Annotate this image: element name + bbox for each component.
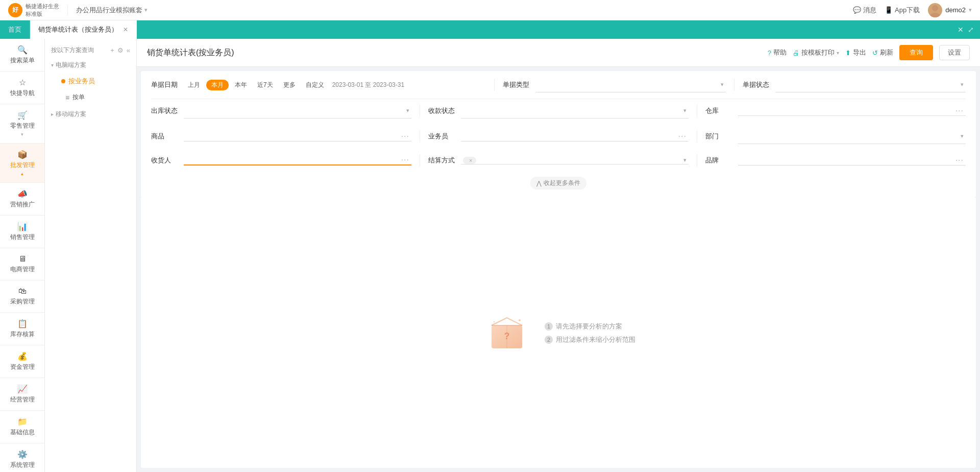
export-btn[interactable]: ⬆ 导出	[845, 48, 866, 57]
logo-text: 畅捷通好生意 标准版	[26, 3, 59, 17]
active-dot	[61, 79, 65, 83]
filter-receipt-status: 收款状态 ▾	[428, 103, 689, 119]
svg-point-1	[930, 13, 940, 17]
tab-close-window-icon[interactable]: ✕	[958, 26, 964, 34]
doc-type-label: 单据类型	[503, 80, 531, 89]
department-dropdown-icon: ▾	[961, 133, 964, 139]
help-icon: ?	[768, 49, 771, 57]
query-button[interactable]: 查询	[899, 45, 933, 60]
sidebar-item-search[interactable]: 🔍 搜索菜单	[0, 39, 44, 72]
sidebar-item-marketing[interactable]: 📣 营销推广	[0, 183, 44, 216]
collapse-panel-btn[interactable]: «	[127, 46, 130, 54]
goods-dots[interactable]: ···	[401, 132, 409, 141]
filter-sep-4	[697, 105, 697, 117]
settings-button[interactable]: 设置	[939, 45, 970, 60]
chevron-right-icon: ▸	[51, 111, 54, 117]
add-scheme-btn[interactable]: +	[110, 46, 114, 54]
template-print-btn[interactable]: 🖨 按模板打印 ▾	[793, 48, 839, 57]
svg-text:?: ?	[504, 331, 510, 341]
out-status-select[interactable]: ▾	[184, 103, 411, 119]
sub-panel-actions: + ⚙ «	[110, 46, 130, 54]
sidebar: 🔍 搜索菜单 ☆ 快捷导航 🛒 零售管理 ▾ 📦 批发管理 ▴ 📣 营销推广 📊…	[0, 39, 45, 472]
brand-input-area[interactable]: ···	[738, 156, 966, 166]
date-btn-this-year[interactable]: 本年	[231, 80, 251, 90]
sidebar-item-sales-mgmt[interactable]: 📊 销售管理	[0, 216, 44, 248]
empty-hint-2: 2 用过滤条件来缩小分析范围	[545, 335, 635, 344]
scheme-item-by-salesperson[interactable]: 按业务员	[55, 73, 134, 89]
tab-bar: 首页 销货单统计表（按业务员） ✕ ✕ ⤢	[0, 20, 980, 39]
warehouse-input-area[interactable]: ···	[738, 106, 966, 116]
scheme-group-pc-content: 按业务员 ≡ 按单	[45, 73, 136, 105]
export-icon: ⬆	[845, 49, 851, 57]
message-btn[interactable]: 💬 消息	[853, 6, 876, 15]
filter-row-1: 单据日期 上月 本月 本年 近7天 更多 自定义 2023-03-01 至 20…	[151, 77, 966, 92]
scheme-group-mobile-title[interactable]: ▸ 移动端方案	[45, 107, 136, 122]
sidebar-item-inventory[interactable]: 📋 库存核算	[0, 313, 44, 345]
payment-method-label: 结算方式	[428, 156, 457, 165]
sub-panel-header: 按以下方案查询 + ⚙ «	[45, 43, 136, 58]
sidebar-item-quick-nav[interactable]: ☆ 快捷导航	[0, 72, 44, 104]
out-status-dropdown-icon: ▾	[406, 107, 409, 114]
tab-sales-stat[interactable]: 销货单统计表（按业务员） ✕	[30, 20, 137, 39]
doc-type-select[interactable]: ▾	[535, 77, 726, 92]
print-icon: 🖨	[793, 49, 799, 57]
tab-close-icon[interactable]: ✕	[123, 26, 128, 33]
retail-icon: 🛒	[17, 110, 28, 120]
app-title: 办公用品行业模拟账套 ▾	[76, 6, 148, 15]
basic-icon: 📁	[17, 417, 28, 427]
brand-dots[interactable]: ···	[955, 156, 964, 165]
goods-input-area[interactable]: ···	[184, 132, 411, 141]
salesperson-dots[interactable]: ···	[678, 132, 687, 141]
filter-row-4: 收货人 ··· 结算方式 × ▾	[151, 154, 966, 167]
doc-status-select[interactable]: ▾	[775, 77, 966, 92]
receipt-status-select[interactable]: ▾	[461, 103, 689, 119]
warehouse-label: 仓库	[705, 106, 734, 115]
date-btn-this-month[interactable]: 本月	[206, 80, 229, 90]
svg-point-0	[932, 5, 938, 11]
department-select[interactable]: ▾	[738, 129, 966, 144]
warehouse-dots[interactable]: ···	[955, 106, 964, 115]
star-icon: ☆	[19, 78, 26, 87]
date-btn-custom[interactable]: 自定义	[302, 80, 328, 90]
date-btn-last-month[interactable]: 上月	[184, 80, 204, 90]
tab-home[interactable]: 首页	[0, 20, 30, 39]
tab-expand-icon[interactable]: ⤢	[968, 26, 974, 34]
filter-row-2: 出库状态 ▾ 收款状态 ▾ 仓库	[151, 103, 966, 119]
sidebar-item-operation[interactable]: 📈 经营管理	[0, 378, 44, 411]
sidebar-item-retail[interactable]: 🛒 零售管理 ▾	[0, 104, 44, 144]
date-btn-more[interactable]: 更多	[279, 80, 300, 90]
user-area[interactable]: demo2 ▾	[928, 3, 972, 17]
divider	[67, 5, 68, 15]
sidebar-item-finance[interactable]: 💰 资金管理	[0, 345, 44, 378]
consignee-input-area[interactable]: ···	[184, 155, 411, 166]
filter-department: 部门 ▾	[705, 129, 966, 144]
empty-text: 1 请先选择要分析的方案 2 用过滤条件来缩小分析范围	[545, 322, 635, 344]
consignee-dots[interactable]: ···	[401, 155, 409, 164]
operation-icon: 📈	[17, 384, 28, 394]
payment-method-tag-close[interactable]: ×	[469, 157, 472, 163]
out-status-label: 出库状态	[151, 106, 180, 115]
refresh-btn[interactable]: ↺ 刷新	[872, 48, 893, 57]
inventory-icon: 📋	[17, 319, 28, 328]
salesperson-input-area[interactable]: ···	[461, 132, 689, 141]
search-icon: 🔍	[17, 45, 28, 55]
empty-state: ? 1 请先选择要分析的方案 2 用过滤条件来缩小分析范围	[141, 198, 976, 468]
help-btn[interactable]: ? 帮助	[768, 48, 787, 57]
sidebar-item-purchase[interactable]: 🛍 采购管理	[0, 280, 44, 313]
date-btn-7days[interactable]: 近7天	[253, 80, 277, 90]
collapse-bar: ⋀ 收起更多条件	[151, 173, 966, 192]
dropdown-icon[interactable]: ▾	[144, 7, 148, 13]
scheme-group-pc: ▾ 电脑端方案 按业务员 ≡ 按单	[45, 58, 136, 105]
collapse-btn[interactable]: ⋀ 收起更多条件	[530, 177, 586, 190]
sidebar-item-system[interactable]: ⚙️ 系统管理	[0, 443, 44, 472]
app-download-btn[interactable]: 📱 App下载	[885, 6, 920, 15]
sidebar-item-wholesale[interactable]: 📦 批发管理 ▴	[0, 144, 44, 183]
refresh-icon: ↺	[872, 49, 878, 57]
scheme-item-by-order[interactable]: ≡ 按单	[53, 90, 136, 105]
settings-scheme-btn[interactable]: ⚙	[117, 46, 124, 54]
collapse-icon: ⋀	[536, 180, 542, 187]
tab-bar-right-actions: ✕ ⤢	[951, 20, 980, 39]
sidebar-item-ecommerce[interactable]: 🖥 电商管理	[0, 248, 44, 280]
sidebar-item-basic[interactable]: 📁 基础信息	[0, 411, 44, 443]
scheme-group-pc-title[interactable]: ▾ 电脑端方案	[45, 58, 136, 73]
